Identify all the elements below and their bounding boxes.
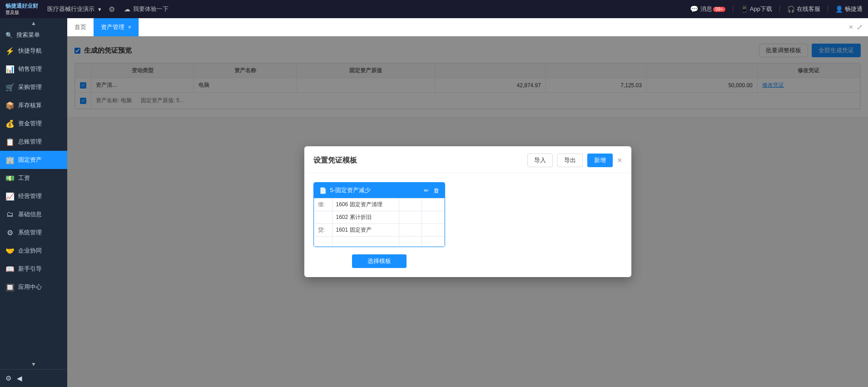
scroll-down-button[interactable]: ▼ <box>0 359 67 369</box>
trial-area: ☁ 我要体验一下 <box>124 5 169 13</box>
template-card-body: 借: 1606 固定资产清理 1602 累计折旧 <box>314 198 445 247</box>
page-content: 生成的凭证预览 批量调整模板 全部生成凭证 <box>67 36 868 387</box>
sidebar: ▲ 🔍 搜索菜单 ⚡ 快捷导航 📊 销售管理 🛒 <box>0 18 67 387</box>
sidebar-item-label: 新手引导 <box>18 265 42 273</box>
sys-mgmt-icon: ⚙ <box>5 228 15 237</box>
logo-text: 畅捷通好业财 <box>5 3 38 10</box>
new-button[interactable]: 新增 <box>587 154 613 167</box>
content-area: 首页 资产管理 × × ⤢ 生成的凭证预览 <box>67 18 868 387</box>
sidebar-item-label: 系统管理 <box>18 228 42 237</box>
collapse-icon[interactable]: ◀ <box>17 374 22 382</box>
user-name: 畅捷通 <box>845 5 863 13</box>
app-center-icon: 🔲 <box>5 283 15 292</box>
sidebar-item-label: 快捷导航 <box>18 47 42 55</box>
modal-close-icon[interactable]: × <box>617 156 622 165</box>
sidebar-item-label: 总账管理 <box>18 138 42 146</box>
search-label: 搜索菜单 <box>16 31 40 39</box>
divider <box>733 5 733 13</box>
window-close-icon[interactable]: × <box>849 23 853 31</box>
online-service-button[interactable]: 🎧 在线客服 <box>787 5 820 13</box>
divider2 <box>779 5 780 13</box>
modal-header: 设置凭证模板 导入 导出 新增 × <box>304 146 631 173</box>
app-logo: 畅捷通好业财 普及版 <box>5 3 38 16</box>
sidebar-item-payroll[interactable]: 💵 工资 <box>0 169 67 187</box>
sidebar-item-enterprise[interactable]: 🤝 企业协同 <box>0 242 67 260</box>
sales-icon: 📊 <box>5 64 15 74</box>
import-button[interactable]: 导入 <box>527 154 553 167</box>
scroll-up-button[interactable]: ▲ <box>0 18 67 28</box>
sidebar-item-ledger[interactable]: 📋 总账管理 <box>0 133 67 151</box>
template-card-header: 📄 5-固定资产减少 ✏ 🗑 <box>314 183 445 198</box>
sidebar-item-app-center[interactable]: 🔲 应用中心 <box>0 278 67 296</box>
tab-bar: 首页 资产管理 × × ⤢ <box>67 18 868 36</box>
messages-button[interactable]: 💬 消息 99+ <box>690 5 725 13</box>
base-info-icon: 🗂 <box>5 210 15 219</box>
sidebar-item-inventory[interactable]: 📦 库存核算 <box>0 96 67 114</box>
sidebar-item-label: 销售管理 <box>18 65 42 73</box>
modal-backdrop: 设置凭证模板 导入 导出 新增 × <box>67 36 868 387</box>
finance-icon: 💰 <box>5 119 15 128</box>
template-row-1: 借: 1606 固定资产清理 <box>314 198 444 211</box>
template-card: 📄 5-固定资产减少 ✏ 🗑 <box>313 182 445 247</box>
company-name: 医疗器械行业演示 <box>47 5 94 13</box>
app-download-button[interactable]: 📱 App下载 <box>740 5 772 13</box>
sidebar-item-purchase[interactable]: 🛒 采购管理 <box>0 78 67 96</box>
user-area[interactable]: 👤 畅捷通 <box>835 5 863 13</box>
template-row-3: 贷: 1601 固定资产 <box>314 224 444 237</box>
top-bar-right: 💬 消息 99+ 📱 App下载 🎧 在线客服 👤 畅捷通 <box>690 5 863 13</box>
online-service-label: 在线客服 <box>797 5 820 13</box>
search-icon: 🔍 <box>5 32 13 39</box>
trial-text: 我要体验一下 <box>133 5 169 13</box>
sidebar-item-label: 工资 <box>18 174 30 182</box>
settings-icon[interactable]: ⚙ <box>109 5 115 14</box>
tab-home[interactable]: 首页 <box>67 23 94 31</box>
template-header-actions: ✏ 🗑 <box>424 187 439 194</box>
tab-home-label: 首页 <box>74 24 86 30</box>
messages-badge: 99+ <box>713 7 725 12</box>
sidebar-search[interactable]: 🔍 搜索菜单 <box>0 28 67 42</box>
logo-sub: 普及版 <box>5 10 38 15</box>
sidebar-item-label: 库存核算 <box>18 101 42 109</box>
sidebar-item-operations[interactable]: 📈 经营管理 <box>0 187 67 205</box>
sidebar-item-label: 采购管理 <box>18 83 42 91</box>
modal-title: 设置凭证模板 <box>313 156 357 165</box>
purchase-icon: 🛒 <box>5 83 15 92</box>
settings-bottom-icon[interactable]: ⚙ <box>5 374 11 382</box>
select-template-button[interactable]: 选择模板 <box>352 254 407 268</box>
sidebar-item-sys-mgmt[interactable]: ⚙ 系统管理 <box>0 223 67 242</box>
fixed-assets-icon: 🏢 <box>5 155 15 164</box>
sidebar-item-base-info[interactable]: 🗂 基础信息 <box>0 205 67 223</box>
template-delete-icon[interactable]: 🗑 <box>433 187 439 194</box>
sidebar-item-guide[interactable]: 📖 新手引导 <box>0 260 67 278</box>
company-selector[interactable]: 医疗器械行业演示 ▾ ⚙ <box>47 5 115 14</box>
sidebar-item-finance[interactable]: 💰 资金管理 <box>0 114 67 133</box>
enterprise-icon: 🤝 <box>5 246 15 255</box>
sidebar-item-sales[interactable]: 📊 销售管理 <box>0 60 67 78</box>
inventory-icon: 📦 <box>5 101 15 110</box>
export-button[interactable]: 导出 <box>557 154 583 167</box>
template-modal: 设置凭证模板 导入 导出 新增 × <box>304 146 631 277</box>
guide-icon: 📖 <box>5 264 15 273</box>
sidebar-item-label: 企业协同 <box>18 247 42 255</box>
sidebar-item-fixed-assets[interactable]: 🏢 固定资产 <box>0 151 67 169</box>
dropdown-arrow-icon[interactable]: ▾ <box>98 6 101 13</box>
sidebar-item-label: 应用中心 <box>18 283 42 291</box>
template-row-2: 1602 累计折旧 <box>314 211 444 224</box>
payroll-icon: 💵 <box>5 174 15 183</box>
divider3 <box>828 5 828 13</box>
sidebar-item-label: 基础信息 <box>18 210 42 218</box>
window-maximize-icon[interactable]: ⤢ <box>857 23 863 31</box>
template-doc-icon: 📄 <box>319 187 327 194</box>
sidebar-bottom: ⚙ ◀ <box>0 369 67 387</box>
template-entries-table: 借: 1606 固定资产清理 1602 累计折旧 <box>314 198 445 247</box>
tab-asset-mgmt[interactable]: 资产管理 × <box>94 18 139 36</box>
template-name: 5-固定资产减少 <box>330 186 371 194</box>
modal-body: 📄 5-固定资产减少 ✏ 🗑 <box>304 173 631 277</box>
template-edit-icon[interactable]: ✏ <box>424 187 429 194</box>
modal-header-actions: 导入 导出 新增 × <box>527 154 622 167</box>
tab-close-icon[interactable]: × <box>128 24 131 30</box>
sidebar-item-quick-nav[interactable]: ⚡ 快捷导航 <box>0 42 67 60</box>
operations-icon: 📈 <box>5 192 15 201</box>
ledger-icon: 📋 <box>5 137 15 146</box>
sidebar-item-label: 经营管理 <box>18 192 42 200</box>
